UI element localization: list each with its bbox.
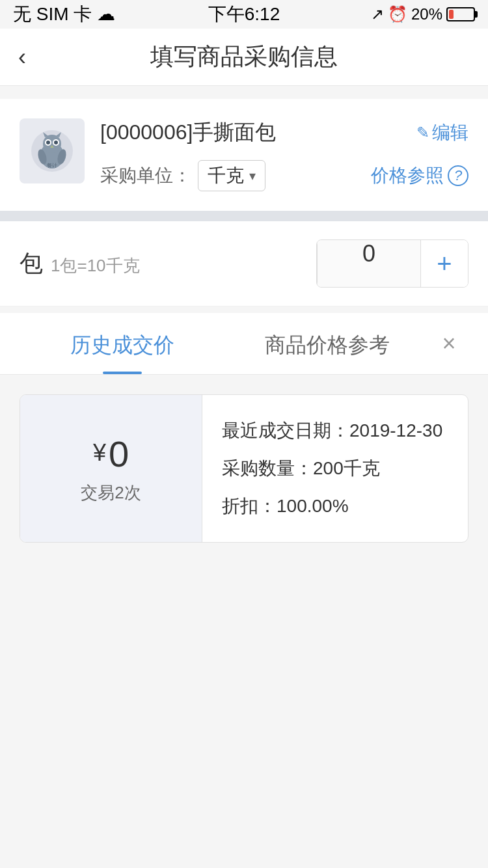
tab-close-button[interactable]: × xyxy=(429,324,468,363)
discount-row: 折扣：100.00% xyxy=(222,494,448,519)
quantity-conversion: 1包=10千克 xyxy=(51,254,140,277)
product-card: 餐计 [0000006]手撕面包 ✎ 编辑 采购单位： 千克 ▾ 价格参照 ? xyxy=(0,99,488,211)
tab-price-reference[interactable]: 商品价格参考 xyxy=(224,313,429,374)
product-title: 手撕面包 xyxy=(193,120,276,144)
edit-button[interactable]: ✎ 编辑 xyxy=(416,120,468,145)
tabs-container: 历史成交价 商品价格参考 × xyxy=(0,313,488,375)
status-signal: 无 SIM 卡 ☁ xyxy=(13,2,115,27)
status-bar: 无 SIM 卡 ☁ 下午6:12 ↗ ⏰ 20% xyxy=(0,0,488,29)
unit-label-text: 采购单位： xyxy=(100,163,191,188)
status-battery-text: 20% xyxy=(411,5,442,23)
edit-icon: ✎ xyxy=(416,124,429,142)
quantity-increment-button[interactable]: + xyxy=(421,240,468,287)
quantity-row: 包 1包=10千克 0 + xyxy=(0,221,488,306)
product-logo-icon: 餐计 xyxy=(29,128,75,174)
product-header: [0000006]手撕面包 ✎ 编辑 xyxy=(100,118,468,147)
discount-value: 100.00% xyxy=(277,496,349,516)
back-button[interactable]: ‹ xyxy=(18,44,26,71)
product-thumbnail: 餐计 xyxy=(20,118,85,183)
price-currency-symbol: ¥ xyxy=(93,439,106,467)
price-reference-button[interactable]: 价格参照 ? xyxy=(371,163,468,188)
unit-label: 采购单位： 千克 ▾ xyxy=(100,160,265,191)
svg-point-5 xyxy=(46,141,50,144)
recent-date-label: 最近成交日期： xyxy=(222,420,349,441)
transaction-count: 交易2次 xyxy=(81,481,141,504)
chevron-down-icon: ▾ xyxy=(249,168,256,183)
status-location-icon: ↗ xyxy=(371,5,384,23)
edit-label: 编辑 xyxy=(432,120,468,145)
transaction-card: ¥ 0 交易2次 最近成交日期：2019-12-30 采购数量：200千克 折扣… xyxy=(20,394,468,543)
quantity-unit: 包 xyxy=(20,248,43,280)
purchase-quantity-label: 采购数量： xyxy=(222,458,313,478)
recent-date-row: 最近成交日期：2019-12-30 xyxy=(222,418,448,443)
transaction-details-panel: 最近成交日期：2019-12-30 采购数量：200千克 折扣：100.00% xyxy=(202,395,468,542)
price-ref-label: 价格参照 xyxy=(371,163,444,188)
info-icon: ? xyxy=(448,165,468,186)
unit-select[interactable]: 千克 ▾ xyxy=(198,160,265,191)
nav-bar: ‹ 填写商品采购信息 xyxy=(0,29,488,86)
battery-fill xyxy=(449,10,454,19)
status-alarm-icon: ⏰ xyxy=(388,5,407,23)
status-right-group: ↗ ⏰ 20% xyxy=(371,5,475,23)
purchase-quantity-value: 200千克 xyxy=(313,458,380,478)
svg-text:餐计: 餐计 xyxy=(47,163,57,169)
transaction-price: ¥ 0 xyxy=(93,433,129,475)
svg-point-6 xyxy=(54,141,58,144)
price-value: 0 xyxy=(109,433,129,475)
unit-value: 千克 xyxy=(208,163,244,188)
quantity-label-group: 包 1包=10千克 xyxy=(20,248,140,280)
tab-price-reference-label: 商品价格参考 xyxy=(265,333,390,357)
tab-historical-price[interactable]: 历史成交价 xyxy=(20,313,224,374)
page-title: 填写商品采购信息 xyxy=(150,41,338,73)
recent-date-value: 2019-12-30 xyxy=(349,420,442,441)
product-id: [0000006] xyxy=(100,120,193,144)
quantity-value: 0 xyxy=(317,240,421,287)
section-divider xyxy=(0,211,488,221)
bottom-space xyxy=(0,562,488,868)
product-unit-row: 采购单位： 千克 ▾ 价格参照 ? xyxy=(100,160,468,191)
discount-label: 折扣： xyxy=(222,496,277,516)
transaction-section: ¥ 0 交易2次 最近成交日期：2019-12-30 采购数量：200千克 折扣… xyxy=(0,375,488,562)
product-name: [0000006]手撕面包 xyxy=(100,118,276,147)
status-time: 下午6:12 xyxy=(208,2,280,27)
battery-icon xyxy=(446,7,475,21)
quantity-input-group: 0 + xyxy=(316,239,468,288)
purchase-quantity-row: 采购数量：200千克 xyxy=(222,456,448,481)
transaction-price-panel: ¥ 0 交易2次 xyxy=(20,395,202,542)
tab-historical-price-label: 历史成交价 xyxy=(70,333,174,357)
product-info: [0000006]手撕面包 ✎ 编辑 采购单位： 千克 ▾ 价格参照 ? xyxy=(100,118,468,191)
